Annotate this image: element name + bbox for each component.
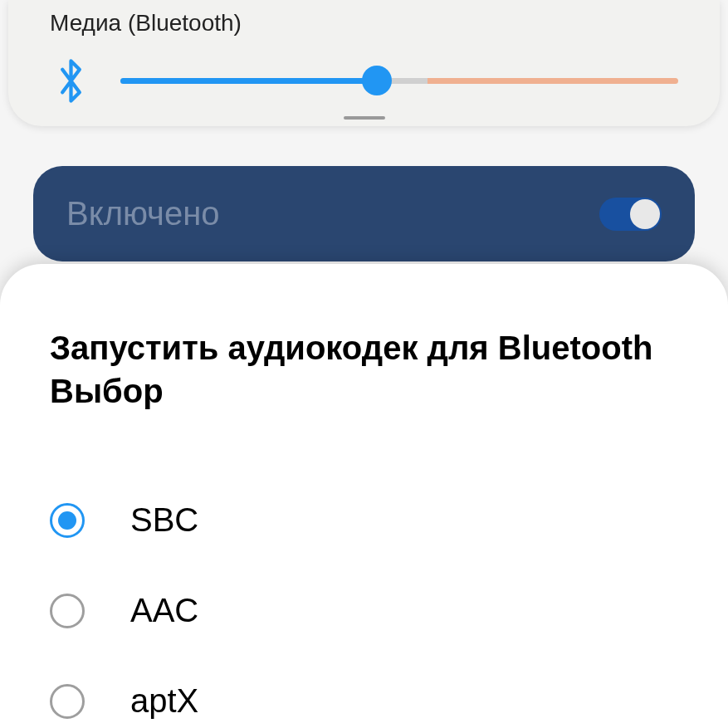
radio-button[interactable] (50, 503, 85, 538)
codec-selection-modal: Запустить аудиокодек для Bluetooth Выбор… (0, 264, 728, 728)
volume-slider[interactable] (120, 64, 678, 97)
slider-fill (120, 78, 377, 84)
radio-label: aptX (130, 682, 198, 720)
radio-dot (58, 511, 76, 530)
bluetooth-icon (50, 60, 91, 101)
radio-label: AAC (130, 592, 198, 629)
radio-label: SBC (130, 501, 198, 539)
slider-track (120, 78, 678, 84)
modal-title: Запустить аудиокодек для Bluetooth Выбор (50, 326, 678, 413)
codec-option-sbc[interactable]: SBC (50, 475, 678, 565)
background-settings: Включено (0, 145, 728, 282)
toggle-switch[interactable] (599, 198, 662, 231)
panel-drag-handle[interactable] (344, 116, 385, 120)
radio-button[interactable] (50, 594, 85, 628)
radio-button[interactable] (50, 684, 85, 719)
volume-panel: Медиа (Bluetooth) (8, 0, 720, 126)
volume-label: Медиа (Bluetooth) (50, 10, 678, 37)
developer-options-toggle-card[interactable]: Включено (33, 166, 695, 261)
toggle-label: Включено (66, 195, 220, 232)
codec-option-aptx[interactable]: aptX (50, 656, 678, 728)
slider-thumb[interactable] (362, 66, 392, 95)
toggle-knob (630, 199, 660, 229)
codec-option-aac[interactable]: AAC (50, 565, 678, 656)
volume-row (50, 60, 678, 101)
